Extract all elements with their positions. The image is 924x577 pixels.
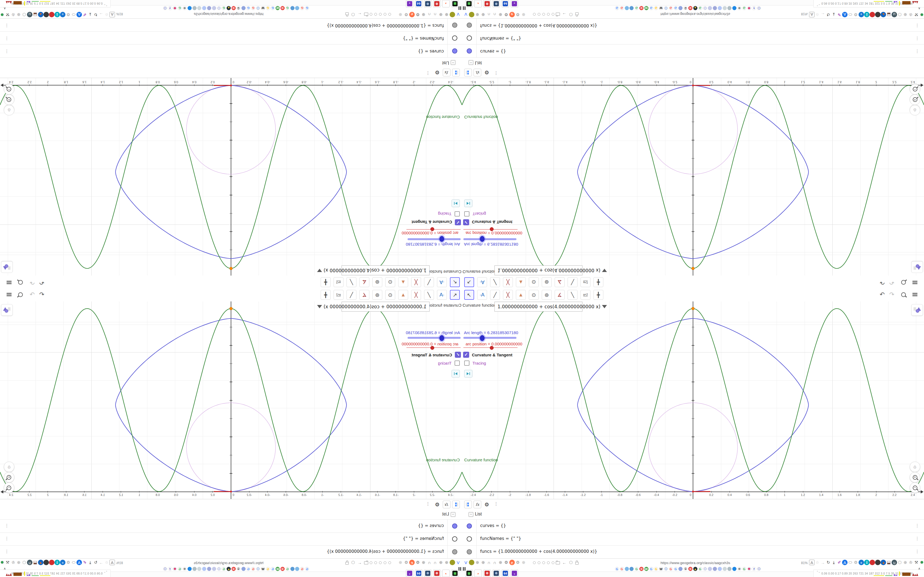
tab-favicon[interactable]: G bbox=[178, 6, 182, 10]
extension-icon[interactable]: ⊕ bbox=[444, 560, 449, 565]
tool-perpendicular-line[interactable]: ╳ bbox=[503, 277, 513, 287]
tab-favicon[interactable]: ⬡ bbox=[757, 567, 761, 571]
taskbar-app-settings-red[interactable]: ⚙ bbox=[433, 0, 441, 7]
extension-icon[interactable]: ⊕ bbox=[438, 12, 444, 17]
algebra-definition[interactable]: funcs = {1.000000000000 + cos(4.00000000… bbox=[480, 23, 597, 28]
extension-icon[interactable]: A bbox=[809, 12, 814, 17]
tab-favicon[interactable]: G bbox=[251, 6, 255, 10]
arc-length-label[interactable]: Arc length = 6.283185307180 bbox=[464, 330, 518, 335]
folder-icon[interactable] bbox=[556, 13, 560, 16]
arc-position-label[interactable]: arc position = 0.000000000000 bbox=[402, 231, 459, 235]
extension-icon[interactable]: ⚒ bbox=[5, 560, 10, 565]
arc-length-slider[interactable] bbox=[464, 337, 517, 339]
extension-icon[interactable]: ⬭ bbox=[848, 560, 853, 565]
menu-icon[interactable] bbox=[911, 279, 919, 286]
tool-angle[interactable]: ∡ bbox=[359, 290, 369, 300]
tab-favicon[interactable]: G bbox=[674, 6, 678, 10]
tab-favicon[interactable] bbox=[197, 6, 201, 10]
tracing-checkbox[interactable] bbox=[455, 361, 460, 366]
tab-favicon[interactable] bbox=[197, 567, 201, 571]
extension-icon[interactable]: ⇓ bbox=[55, 560, 60, 565]
tab-favicon[interactable]: G bbox=[742, 6, 746, 10]
tab-favicon[interactable]: ⬡ bbox=[703, 567, 707, 571]
undo-button[interactable]: ↶ bbox=[38, 291, 45, 298]
extension-icon[interactable]: + bbox=[859, 12, 864, 17]
extension-icon[interactable]: ☆ bbox=[814, 12, 820, 17]
stylebar-menu-icon[interactable]: ⋮ bbox=[426, 501, 430, 506]
row-menu-icon[interactable]: ⋮ bbox=[5, 49, 9, 54]
extension-icon[interactable]: ⬓ bbox=[32, 12, 38, 17]
tab-favicon[interactable]: Я bbox=[231, 567, 236, 571]
extension-icon[interactable]: ⊕ bbox=[903, 12, 908, 17]
collapsed-extension-icon[interactable] bbox=[547, 561, 550, 564]
algebra-definition[interactable]: funcNames = {" "} bbox=[403, 36, 444, 41]
extension-icon[interactable]: ✐ bbox=[837, 12, 842, 17]
curvature-function-dropdown[interactable]: 1.000000000000 + cos(4.000000000000 x) bbox=[494, 266, 582, 275]
step-button[interactable] bbox=[464, 200, 472, 207]
extension-icon[interactable]: e bbox=[409, 12, 415, 17]
collapse-button[interactable]: – bbox=[468, 512, 473, 517]
extension-icon[interactable]: ⚒ bbox=[914, 12, 919, 17]
tool-line[interactable]: ╱ bbox=[490, 277, 500, 287]
extension-icon[interactable]: ⚙ bbox=[65, 560, 71, 565]
algebra-row[interactable]: funcNames = {" "}⋮ bbox=[0, 32, 462, 45]
algebra-row[interactable]: funcNames = {" "}⋮ bbox=[462, 532, 924, 545]
visibility-marble[interactable] bbox=[452, 48, 457, 53]
tool-move[interactable]: ↖ bbox=[450, 290, 460, 300]
tool-polygon[interactable]: ▲ bbox=[398, 290, 408, 300]
taskbar-app-settings-red[interactable]: ⚙ bbox=[483, 570, 491, 577]
algebra-definition[interactable]: funcNames = {" "} bbox=[480, 36, 521, 41]
extension-icon[interactable]: ⊕ bbox=[397, 12, 403, 17]
visibility-marble[interactable] bbox=[467, 549, 472, 554]
page-zoom-level[interactable]: 81% bbox=[801, 561, 808, 565]
tool-move[interactable]: ↖ bbox=[464, 290, 474, 300]
extension-icon[interactable]: ↻ bbox=[93, 12, 99, 17]
zoom-in-button[interactable]: + bbox=[4, 472, 14, 482]
extension-icon[interactable]: ⊕ bbox=[521, 560, 527, 565]
extension-icon[interactable]: ⬓ bbox=[886, 560, 892, 565]
taskbar-app-disk-64[interactable]: 64 bbox=[415, 0, 422, 7]
tab-favicon[interactable]: Я bbox=[688, 567, 693, 571]
tab-favicon[interactable] bbox=[718, 567, 722, 571]
tab-favicon[interactable]: ⬡ bbox=[664, 6, 668, 10]
tab-favicon[interactable]: ⊕ bbox=[737, 6, 741, 10]
row-menu-icon[interactable]: ⋮ bbox=[5, 523, 9, 528]
taskbar-app-purple-app[interactable]: ◒ bbox=[406, 0, 414, 7]
arc-position-label[interactable]: arc position = 0.000000000000 bbox=[465, 342, 522, 346]
tab-favicon[interactable]: G bbox=[635, 567, 638, 571]
collapse-button[interactable]: – bbox=[468, 60, 473, 65]
zoom-out-button[interactable]: − bbox=[910, 482, 920, 493]
graphics-stylebar-button[interactable] bbox=[911, 304, 923, 316]
extension-icon[interactable]: ✐ bbox=[82, 12, 87, 17]
visibility-marble[interactable] bbox=[467, 23, 472, 28]
zoom-out-button[interactable]: − bbox=[4, 482, 14, 493]
extension-icon[interactable]: ◕ bbox=[38, 12, 44, 17]
folder-icon[interactable] bbox=[556, 561, 560, 564]
extension-icon[interactable]: ◕ bbox=[880, 560, 886, 565]
tab-favicon[interactable]: G bbox=[305, 6, 309, 10]
extension-icon[interactable]: ✐ bbox=[82, 560, 87, 565]
algebra-definition[interactable]: funcs = {1.000000000000 + cos(4.00000000… bbox=[327, 549, 444, 554]
extension-icon[interactable]: A bbox=[76, 560, 82, 565]
tab-favicon[interactable]: ① bbox=[236, 6, 241, 10]
tab-favicon[interactable]: G bbox=[674, 567, 678, 571]
extension-icon[interactable]: ⊕ bbox=[421, 560, 426, 565]
tab-favicon[interactable] bbox=[241, 567, 246, 571]
curve-label[interactable]: Curvature function bbox=[426, 458, 460, 462]
extension-icon[interactable]: ⤓ bbox=[87, 12, 93, 17]
algebra-row[interactable]: funcs = {1.000000000000 + cos(4.00000000… bbox=[462, 545, 924, 558]
tool-circle-with-center[interactable]: ⊙ bbox=[529, 290, 539, 300]
tab-favicon[interactable]: f bbox=[168, 567, 172, 571]
extension-icon[interactable]: ⬡ bbox=[897, 560, 903, 565]
extension-icon[interactable]: ♔ bbox=[908, 560, 914, 565]
tool-polygon[interactable]: ▲ bbox=[516, 290, 526, 300]
extension-icon[interactable]: u bbox=[27, 12, 32, 17]
tool-perpendicular-line[interactable]: ╳ bbox=[503, 290, 513, 300]
tab-favicon[interactable] bbox=[625, 567, 629, 571]
extension-icon[interactable]: + bbox=[60, 12, 65, 17]
curvature-tangent-checkbox[interactable]: ✓ bbox=[455, 219, 461, 225]
tab-favicon[interactable]: ⬡ bbox=[664, 567, 668, 571]
tool-slider[interactable]: a=2 bbox=[334, 277, 344, 287]
extension-icon[interactable]: A bbox=[842, 560, 848, 565]
tab-favicon[interactable] bbox=[207, 6, 211, 10]
